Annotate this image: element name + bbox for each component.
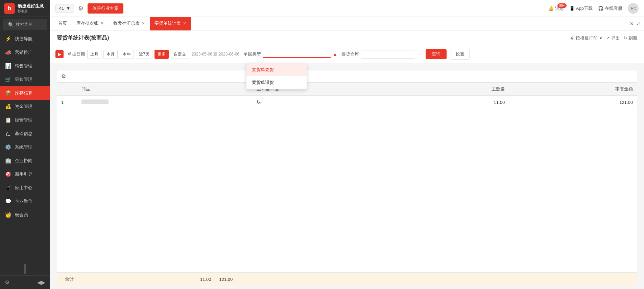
tab-home[interactable]: 首页 <box>53 17 72 30</box>
sidebar-item-basic[interactable]: 🗂 基础信息 <box>0 127 50 140</box>
warehouse-filter-label: 要货仓库 <box>341 51 359 57</box>
table-header: 商品 主计量单位 主数量 零售金额 <box>57 83 637 96</box>
table-container: ⚙ 商品 主计量单位 主数量 零售金额 <box>53 67 641 286</box>
print-btn[interactable]: 🖨 按模板打印 ▼ <box>570 35 603 41</box>
expand-icon: ▶ <box>58 51 62 57</box>
inventory-icon: 📦 <box>5 90 11 96</box>
tab-close-inventory-batch[interactable]: ✕ <box>100 21 104 26</box>
maximize-icon[interactable]: ⤢ <box>637 21 641 26</box>
type-filter-input[interactable] <box>263 51 331 58</box>
cell-unit: 块 <box>253 96 403 109</box>
print-label: 按模板打印 <box>576 35 598 41</box>
footer-amount: 121.00 <box>215 277 237 282</box>
sidebar-item-operations[interactable]: 📋 经营管理 <box>0 113 50 127</box>
type-dropdown-arrow[interactable]: ▲ <box>333 51 337 57</box>
type-filter-label: 单据类型 <box>243 51 261 57</box>
btn-last-7-days[interactable]: 近7天 <box>136 50 152 59</box>
btn-this-month[interactable]: 本月 <box>103 50 118 59</box>
dropdown-option-purchase[interactable]: 要货单要货 <box>246 63 307 76</box>
filter-more-btn[interactable]: ··· <box>417 51 422 57</box>
header-left: 41 ▼ ⚙ 体验行业方案 <box>55 3 123 14</box>
vip-icon: 👑 <box>5 212 11 218</box>
operations-icon: 📋 <box>5 117 11 124</box>
sidebar-settings-btn[interactable]: ⚙ <box>5 279 9 286</box>
header-settings-icon[interactable]: ⚙ <box>78 5 84 12</box>
date-filter-group: 单据日期 上月 本月 本年 近7天 更多 自定义 2023-05-06 至 20… <box>68 50 239 59</box>
sidebar-nav: ⚡ 快捷导航 📣 营销推广 📊 销售管理 🛒 采购管理 📦 库存核算 💰 资金管… <box>0 32 50 263</box>
table-footer: 合计 11.00 121.00 <box>57 272 637 286</box>
refresh-icon: ↻ <box>623 36 627 41</box>
online-service-label: 在线客服 <box>605 5 622 12</box>
export-label: 导出 <box>611 35 620 41</box>
settings-btn[interactable]: 设置 <box>451 49 470 60</box>
page-content: 要货单统计表(按商品) 🖨 按模板打印 ▼ ↗ 导出 ↻ 刷新 <box>50 30 644 289</box>
filter-expand-btn[interactable]: ▶ <box>55 50 64 58</box>
basic-icon: 🗂 <box>5 130 11 137</box>
table-settings-icon[interactable]: ⚙ <box>61 73 66 80</box>
headset-icon: 🎧 <box>598 6 603 11</box>
top-header: 41 ▼ ⚙ 体验行业方案 🔔 消息 99+ 📱 App下载 🎧 在线客服 <box>50 0 644 17</box>
footer-quantity: 11.00 <box>196 277 215 282</box>
main-wrapper: 41 ▼ ⚙ 体验行业方案 🔔 消息 99+ 📱 App下载 🎧 在线客服 <box>50 0 644 289</box>
refresh-btn[interactable]: ↻ 刷新 <box>623 35 637 41</box>
footer-label: 合计 <box>61 276 128 282</box>
export-icon: ↗ <box>606 36 610 41</box>
print-dropdown-icon[interactable]: ▼ <box>599 36 603 40</box>
sales-icon: 📊 <box>5 63 11 69</box>
export-btn[interactable]: ↗ 导出 <box>606 35 620 41</box>
purchase-icon: 🛒 <box>5 76 11 83</box>
page-header: 要货单统计表(按商品) 🖨 按模板打印 ▼ ↗ 导出 ↻ 刷新 <box>50 30 644 45</box>
table-scroll-wrapper[interactable]: 商品 主计量单位 主数量 零售金额 1 <box>57 83 637 282</box>
btn-custom-date[interactable]: 自定义 <box>171 50 189 59</box>
page-title: 要货单统计表(按商品) <box>57 35 109 45</box>
warehouse-filter-group: 要货仓库 ··· <box>341 50 422 59</box>
user-menu[interactable]: Rit <box>628 3 639 14</box>
sidebar-item-appstore[interactable]: 📱 应用中心 <box>0 181 50 195</box>
sidebar-item-inventory[interactable]: 📦 库存核算 <box>0 86 50 100</box>
dropdown-option-return[interactable]: 要货单退货 <box>246 76 307 89</box>
sidebar-item-finance[interactable]: 💰 资金管理 <box>0 100 50 113</box>
scroll-indicator[interactable] <box>0 263 50 275</box>
shortcuts-icon: ⚡ <box>5 36 11 42</box>
logo-area: b 畅捷通好生意 标准版 <box>0 0 50 17</box>
date-filter-label: 单据日期 <box>68 51 85 57</box>
tab-close-receipt-summary[interactable]: ✕ <box>142 21 145 26</box>
sidebar-footer: ⚙ ◀▶ <box>0 275 50 289</box>
notifications-btn[interactable]: 🔔 消息 99+ <box>548 5 564 12</box>
cell-amount: 121.00 <box>509 96 637 109</box>
col-quantity: 主数量 <box>403 83 509 96</box>
sidebar-item-guide[interactable]: 🎯 新手引导 <box>0 168 50 181</box>
warehouse-filter-input[interactable] <box>361 50 415 59</box>
industry-btn[interactable]: 体验行业方案 <box>88 3 123 14</box>
sidebar-item-enterprise[interactable]: 🏢 企业协同 <box>0 154 50 168</box>
btn-this-year[interactable]: 本年 <box>120 50 134 59</box>
tab-receipt-summary[interactable]: 收发存汇总表 ✕ <box>109 17 150 30</box>
notifications-badge: 99+ <box>557 3 567 8</box>
sidebar: b 畅捷通好生意 标准版 🔍 搜索菜单 ⚡ 快捷导航 📣 营销推广 📊 销售管理… <box>0 0 50 289</box>
sidebar-item-purchase[interactable]: 🛒 采购管理 <box>0 73 50 86</box>
phone-icon: 📱 <box>569 6 575 11</box>
app-download-btn[interactable]: 📱 App下载 <box>569 5 593 12</box>
close-all-icon[interactable]: ✕ <box>630 21 634 26</box>
header-right: 🔔 消息 99+ 📱 App下载 🎧 在线客服 Rit <box>548 3 639 14</box>
tab-inventory-batch[interactable]: 库存批次账 ✕ <box>72 17 109 30</box>
sidebar-item-shortcuts[interactable]: ⚡ 快捷导航 <box>0 32 50 46</box>
search-menu[interactable]: 🔍 搜索菜单 <box>3 19 47 30</box>
btn-more-dates[interactable]: 更多 <box>154 50 169 59</box>
query-btn[interactable]: 查询 <box>426 49 447 59</box>
sidebar-toggle-btn[interactable]: ◀▶ <box>37 279 45 286</box>
sidebar-item-sales[interactable]: 📊 销售管理 <box>0 59 50 73</box>
col-index <box>57 83 77 96</box>
store-name: 41 <box>59 6 64 11</box>
store-selector[interactable]: 41 ▼ <box>55 4 74 13</box>
filter-bar: ▶ 单据日期 上月 本月 本年 近7天 更多 自定义 2023-05-06 至 … <box>50 45 644 63</box>
sidebar-item-system[interactable]: ⚙️ 系统管理 <box>0 140 50 154</box>
online-service-btn[interactable]: 🎧 在线客服 <box>598 5 622 12</box>
tab-purchase-order-stats[interactable]: 要货单统计表 ✕ <box>150 17 191 30</box>
sidebar-item-wechat[interactable]: 💬 企业微信 <box>0 195 50 208</box>
tab-close-purchase-order[interactable]: ✕ <box>183 21 186 26</box>
sidebar-item-marketing[interactable]: 📣 营销推广 <box>0 46 50 59</box>
sidebar-item-vip[interactable]: 👑 畅会员 <box>0 208 50 222</box>
guide-icon: 🎯 <box>5 171 11 178</box>
btn-last-month[interactable]: 上月 <box>87 50 101 59</box>
